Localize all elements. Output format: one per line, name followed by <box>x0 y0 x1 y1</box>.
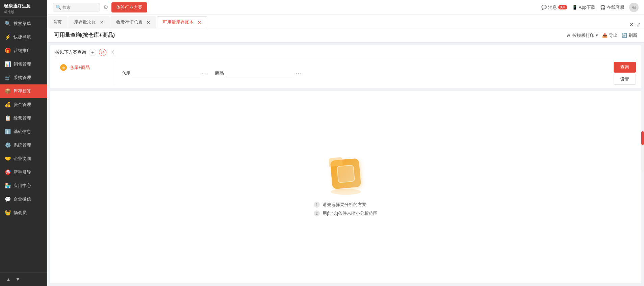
sidebar-item-搜索菜单[interactable]: 🔍搜索菜单 <box>0 17 47 30</box>
action-buttons: 查询 设置 <box>614 62 636 85</box>
expand-tab-btn[interactable]: ⤢ <box>636 22 641 28</box>
collapse-btn[interactable]: 《 <box>109 49 114 56</box>
goods-input[interactable] <box>226 69 293 77</box>
sidebar-label-10: 企业协同 <box>14 156 31 162</box>
right-scrollbar[interactable] <box>641 131 644 172</box>
export-action[interactable]: 📤 导出 <box>602 32 618 38</box>
message-action[interactable]: 💬 消息 99+ <box>541 4 567 10</box>
sidebar-item-应用中心[interactable]: 🏪应用中心 <box>0 179 47 192</box>
online-service-label: 在线客服 <box>607 4 624 10</box>
shadow <box>331 189 361 195</box>
goods-more-btn[interactable]: ··· <box>295 70 302 76</box>
sidebar-icon-8: ℹ️ <box>5 129 11 135</box>
hint-num-1: 1 <box>314 202 320 208</box>
online-service-action[interactable]: 🎧 在线客服 <box>600 4 624 10</box>
tab-1[interactable]: 库存批次账✕ <box>68 16 110 28</box>
sidebar-item-新手引导[interactable]: 🎯新手引导 <box>0 165 47 179</box>
sidebar-item-企业协同[interactable]: 🤝企业协同 <box>0 152 47 165</box>
sidebar-icon-2: 🎁 <box>5 48 11 54</box>
page-title: 可用量查询(按仓库+商品) <box>54 32 115 39</box>
message-label: 消息 <box>548 4 557 10</box>
search-input[interactable] <box>62 5 96 10</box>
app-download-icon: 📱 <box>572 5 577 10</box>
tab-3[interactable]: 可用量库存账本✕ <box>157 16 207 28</box>
page-header-actions: 🖨 按模板打印 ▾ 📤 导出 🔄 刷新 <box>567 32 637 38</box>
warehouse-input[interactable] <box>132 69 200 77</box>
scroll-down-btn[interactable]: ▼ <box>14 275 22 283</box>
data-area: 1 请先选择要分析的方案 2 用[过滤]条件来缩小分析范围 <box>50 91 641 283</box>
app-download-action[interactable]: 📱 App下载 <box>572 4 595 10</box>
refresh-action[interactable]: 🔄 刷新 <box>622 32 637 38</box>
empty-hints: 1 请先选择要分析的方案 2 用[过滤]条件来缩小分析范围 <box>314 202 378 216</box>
app-name: 畅康通好生意 <box>4 3 43 9</box>
export-label: 导出 <box>609 32 618 38</box>
industry-solution-btn[interactable]: 体验行业方案 <box>111 2 147 12</box>
sidebar-item-资金管理[interactable]: 💰资金管理 <box>0 98 47 111</box>
sidebar-item-经营管理[interactable]: 📋经营管理 <box>0 111 47 125</box>
scheme-label: 按以下方案查询 <box>55 49 86 55</box>
print-action[interactable]: 🖨 按模板打印 ▾ <box>567 32 598 38</box>
content-wrapper: 可用量查询(按仓库+商品) 🖨 按模板打印 ▾ 📤 导出 🔄 刷新 <box>47 28 644 286</box>
box-lid <box>328 157 342 166</box>
user-avatar[interactable]: Rit <box>629 3 639 12</box>
sidebar-label-5: 库存核算 <box>14 88 31 94</box>
tab-0[interactable]: 首页 <box>47 16 68 28</box>
sidebar-icon-11: 🎯 <box>5 169 11 175</box>
sidebar-label-0: 搜索菜单 <box>14 21 31 27</box>
sidebar-label-8: 基础信息 <box>14 129 31 135</box>
search-icon: 🔍 <box>56 5 61 10</box>
hint-text-2: 用[过滤]条件来缩小分析范围 <box>323 210 378 216</box>
app-edition: 标准版 <box>4 10 43 15</box>
sidebar-icon-12: 🏪 <box>5 183 11 189</box>
tab-label-1: 库存批次账 <box>74 19 96 25</box>
sidebar-item-企业微信[interactable]: 💬企业微信 <box>0 192 47 206</box>
filter-fields-row: 仓库 ··· 商品 ··· <box>116 62 614 85</box>
sidebar-item-系统管理[interactable]: ⚙️系统管理 <box>0 138 47 152</box>
sidebar-item-快捷导航[interactable]: ⚡快捷导航 <box>0 30 47 44</box>
settings-scheme-btn[interactable]: ◎ <box>99 49 106 56</box>
sidebar-icon-6: 💰 <box>5 102 11 108</box>
app-download-label: App下载 <box>579 4 595 10</box>
warehouse-label: 仓库 <box>122 70 130 76</box>
topbar-search-box[interactable]: 🔍 <box>53 3 100 11</box>
scheme-list: ⊕ 仓库+商品 <box>55 62 116 85</box>
sidebar-label-3: 销售管理 <box>14 61 31 67</box>
sidebar-item-库存核算[interactable]: 📦库存核算 <box>0 84 47 98</box>
add-scheme-btn[interactable]: ＋ <box>89 49 96 56</box>
app-logo: 畅康通好生意 标准版 <box>0 0 47 17</box>
avatar-icon: Rit <box>629 3 639 12</box>
refresh-icon: 🔄 <box>622 33 627 38</box>
scroll-up-btn[interactable]: ▲ <box>5 275 12 283</box>
sidebar-label-12: 应用中心 <box>14 183 31 189</box>
gear-icon[interactable]: ⚙ <box>103 4 108 10</box>
headset-icon: 🎧 <box>600 5 606 10</box>
scheme-icon: ⊕ <box>60 64 67 71</box>
tabs-tail: ✕ ⤢ <box>626 22 644 28</box>
sidebar-item-销售管理[interactable]: 📊销售管理 <box>0 57 47 71</box>
query-scheme-panel: 按以下方案查询 ＋ ◎ 《 ⊕ 仓库+商品 <box>50 45 641 88</box>
topbar-actions: 💬 消息 99+ 📱 App下载 🎧 在线客服 Rit <box>541 3 639 12</box>
sidebar-icon-1: ⚡ <box>5 34 11 40</box>
tab-close-3[interactable]: ✕ <box>197 20 202 25</box>
scheme-area: ⊕ 仓库+商品 仓库 ··· 商品 <box>55 62 636 85</box>
sidebar-item-营销推广[interactable]: 🎁营销推广 <box>0 44 47 57</box>
sidebar-label-13: 企业微信 <box>14 196 31 202</box>
sidebar-item-畅会员[interactable]: 👑畅会员 <box>0 206 47 219</box>
warehouse-more-btn[interactable]: ··· <box>202 70 208 76</box>
scrollbar-thumb[interactable] <box>641 131 644 145</box>
setting-button[interactable]: 设置 <box>614 74 636 85</box>
sidebar-icon-0: 🔍 <box>5 21 11 27</box>
hint-text-1: 请先选择要分析的方案 <box>323 202 366 208</box>
sidebar-item-采购管理[interactable]: 🛒采购管理 <box>0 71 47 84</box>
scheme-item-warehouse-goods[interactable]: ⊕ 仓库+商品 <box>55 62 116 73</box>
close-tab-btn[interactable]: ✕ <box>629 22 634 28</box>
query-button[interactable]: 查询 <box>614 62 636 73</box>
tab-close-1[interactable]: ✕ <box>99 20 104 25</box>
tab-close-2[interactable]: ✕ <box>146 20 151 25</box>
sidebar: 畅康通好生意 标准版 🔍搜索菜单⚡快捷导航🎁营销推广📊销售管理🛒采购管理📦库存核… <box>0 0 47 286</box>
topbar: 🔍 ⚙ 体验行业方案 💬 消息 99+ 📱 App下载 🎧 在线客服 <box>47 0 644 15</box>
tab-2[interactable]: 收发存汇总表✕ <box>110 16 156 28</box>
empty-illustration <box>327 158 364 195</box>
sidebar-item-基础信息[interactable]: ℹ️基础信息 <box>0 125 47 138</box>
main-area: 🔍 ⚙ 体验行业方案 💬 消息 99+ 📱 App下载 🎧 在线客服 <box>47 0 644 286</box>
